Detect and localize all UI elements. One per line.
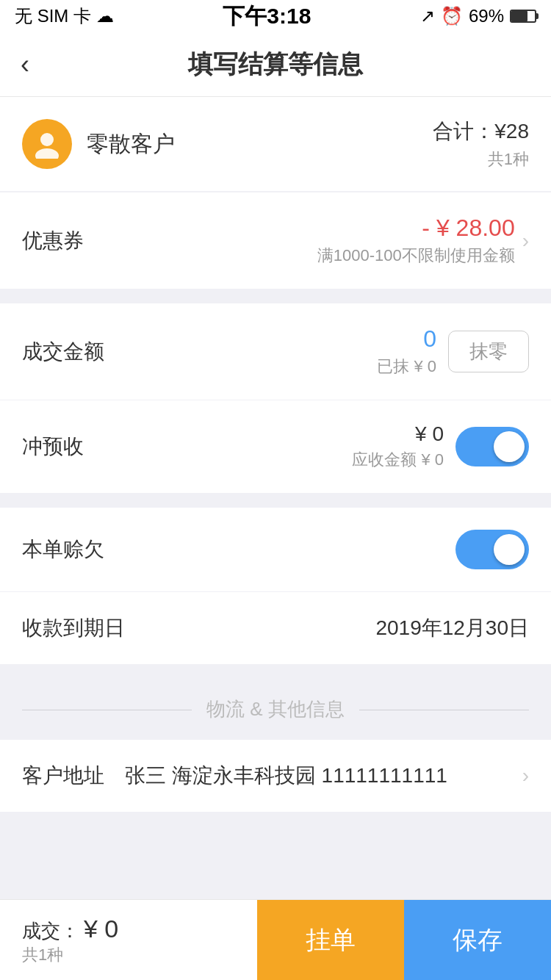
prepayment-row: 冲预收 ¥ 0 应收金额 ¥ 0 [0,400,551,493]
save-button[interactable]: 保存 [404,900,551,980]
alarm-icon: ⏰ [441,6,463,26]
customer-total: 合计：¥28 [433,118,529,145]
debt-row: 本单赊欠 [0,508,551,592]
prepayment-right: ¥ 0 应收金额 ¥ 0 [352,422,529,471]
address-chevron-icon: › [522,764,529,788]
transaction-right: 0 已抹 ¥ 0 抹零 [377,325,529,378]
section-divider-1 [0,290,551,303]
battery-text: 69% [469,6,504,26]
customer-summary: 合计：¥28 共1种 [433,118,529,170]
prepayment-value: ¥ 0 [352,422,444,446]
transaction-value-col: 0 已抹 ¥ 0 [377,325,436,378]
bottom-amount: ¥ 0 [84,915,118,943]
debt-right [455,530,529,569]
back-button[interactable]: ‹ [21,49,29,80]
address-right: › [522,764,529,788]
page-title: 填写结算等信息 [188,48,363,82]
coupon-right: - ¥ 28.00 满1000-100不限制使用金额 › [317,215,529,267]
svg-point-1 [35,148,59,159]
svg-point-0 [40,133,54,146]
coupon-row[interactable]: 优惠券 - ¥ 28.00 满1000-100不限制使用金额 › [0,192,551,289]
logistics-header: 物流 & 其他信息 [0,679,551,740]
round-off-button[interactable]: 抹零 [448,331,529,372]
address-value: 张三 海淀永丰科技园 11111111111 [110,762,522,790]
bottom-info: 成交： ¥ 0 共1种 [0,900,257,980]
transaction-section: 成交金额 0 已抹 ¥ 0 抹零 冲预收 ¥ 0 应收金额 ¥ 0 [0,303,551,493]
customer-card: 零散客户 合计：¥28 共1种 [0,97,551,191]
location-icon: ↗ [420,6,435,26]
address-row[interactable]: 客户地址 张三 海淀永丰科技园 11111111111 › [0,740,551,812]
customer-avatar [22,119,72,169]
transaction-sub: 已抹 ¥ 0 [377,356,436,378]
prepayment-label: 冲预收 [22,433,110,461]
debt-label: 本单赊欠 [22,536,110,563]
section-divider-2 [0,494,551,508]
sim-signal-text: 无 SIM 卡 ☁ [15,4,114,28]
coupon-chevron-icon: › [522,229,529,253]
status-time: 下午3:18 [223,1,311,32]
due-date-row: 收款到期日 2019年12月30日 [0,592,551,664]
prepayment-sub: 应收金额 ¥ 0 [352,449,444,471]
due-date-label: 收款到期日 [22,614,125,642]
transaction-amount-row: 成交金额 0 已抹 ¥ 0 抹零 [0,303,551,400]
customer-info-left: 零散客户 [22,119,175,169]
status-bar: 无 SIM 卡 ☁ 下午3:18 ↗ ⏰ 69% [0,0,551,32]
bottom-count: 共1种 [22,944,235,966]
bottom-deal-label: 成交： [22,918,79,944]
coupon-label: 优惠券 [22,227,84,255]
nav-bar: ‹ 填写结算等信息 [0,32,551,97]
logistics-title: 物流 & 其他信息 [192,698,359,720]
due-date-right: 2019年12月30日 [375,614,529,642]
address-label: 客户地址 [22,762,110,790]
user-icon [32,129,62,159]
customer-count: 共1种 [433,148,529,170]
transaction-label: 成交金额 [22,338,110,366]
due-date-value: 2019年12月30日 [375,614,529,642]
coupon-value-col: - ¥ 28.00 满1000-100不限制使用金额 [317,215,515,267]
customer-name: 零散客户 [87,129,175,159]
status-right: ↗ ⏰ 69% [420,6,536,26]
debt-toggle[interactable] [455,530,529,569]
prepayment-value-col: ¥ 0 应收金额 ¥ 0 [352,422,444,471]
prepayment-toggle[interactable] [455,427,529,466]
status-left: 无 SIM 卡 ☁ [15,4,114,28]
transaction-value: 0 [377,325,436,353]
coupon-amount: - ¥ 28.00 [317,215,515,242]
section-divider-3 [0,666,551,679]
bottom-bar: 成交： ¥ 0 共1种 挂单 保存 [0,899,551,980]
toggle-knob [494,431,525,462]
debt-section: 本单赊欠 收款到期日 2019年12月30日 [0,508,551,664]
bottom-deal-row: 成交： ¥ 0 [22,915,235,944]
battery-icon [510,10,536,23]
hang-order-button[interactable]: 挂单 [257,900,404,980]
main-content: 零散客户 合计：¥28 共1种 优惠券 - ¥ 28.00 满1000-100不… [0,97,551,901]
debt-toggle-knob [494,534,525,565]
coupon-desc: 满1000-100不限制使用金额 [317,245,515,267]
